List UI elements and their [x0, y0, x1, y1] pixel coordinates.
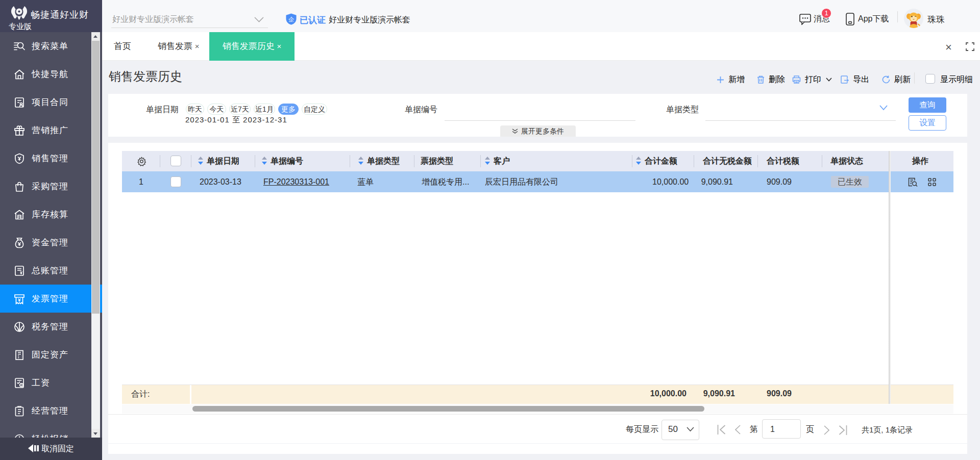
svg-text:企: 企 — [288, 16, 295, 22]
